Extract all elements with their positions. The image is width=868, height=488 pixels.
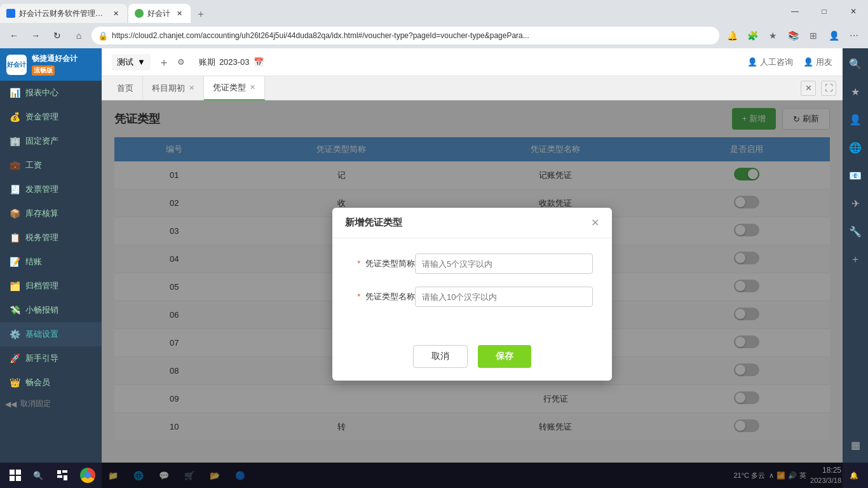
tab-voucher-label: 凭证类型: [213, 82, 246, 93]
rp-globe-icon[interactable]: 🌐: [846, 139, 864, 156]
tab-subject-close[interactable]: ✕: [189, 84, 194, 92]
funds-icon: 💰: [9, 111, 20, 123]
lock-icon: 🔒: [98, 31, 108, 41]
rp-extension-icon[interactable]: 🔧: [846, 222, 864, 240]
tab-2[interactable]: 好会计 ✕: [128, 4, 191, 23]
add-company-button[interactable]: ＋: [158, 55, 170, 70]
rp-user-icon[interactable]: 👤: [846, 111, 864, 128]
sidebar-item-member[interactable]: 👑 畅会员: [0, 370, 102, 395]
user-label: 用友: [816, 57, 832, 68]
assets-label: 固定资产: [25, 135, 58, 147]
start-button[interactable]: [5, 465, 25, 485]
sidebar-pin-button[interactable]: ◀◀ 取消固定: [0, 395, 102, 413]
extensions-icon[interactable]: 🧩: [743, 27, 761, 44]
calendar-icon: 📅: [254, 57, 264, 67]
dialog-body: * 凭证类型简称 * 凭证类型名称: [332, 238, 612, 335]
settings-label: 基础设置: [25, 329, 58, 340]
period-label: 账期: [199, 57, 215, 68]
sidebar-item-funds[interactable]: 💰 资金管理: [0, 105, 102, 129]
name-input[interactable]: [415, 287, 593, 307]
modal-overlay: 新增凭证类型 ✕ * 凭证类型简称 *: [102, 100, 843, 488]
maximize-button[interactable]: □: [810, 0, 839, 23]
sidebar-item-settings[interactable]: ⚙️ 基础设置: [0, 322, 102, 346]
tab-voucher-type[interactable]: 凭证类型 ✕: [204, 76, 265, 100]
payroll-label: 工资: [25, 159, 42, 171]
help-icon: 👤: [747, 57, 757, 67]
sidebar-item-invoice[interactable]: 🧾 发票管理: [0, 177, 102, 201]
notification-icon[interactable]: 🔔: [723, 27, 741, 44]
favorites-icon[interactable]: ★: [764, 27, 782, 44]
tab-subject[interactable]: 科目期初 ✕: [143, 76, 204, 100]
notification-center-button[interactable]: 🔔: [845, 466, 863, 484]
abbr-form-row: * 凭证类型简称: [351, 254, 593, 274]
sidebar-item-settle[interactable]: 📝 结账: [0, 250, 102, 274]
url-text: https://cloud2.chanjet.com/accounting/uh…: [112, 31, 713, 40]
tab-add-button[interactable]: ＋: [192, 5, 210, 23]
tab-2-close[interactable]: ✕: [174, 8, 184, 18]
tab-voucher-close[interactable]: ✕: [250, 83, 255, 92]
company-dropdown-icon: ▼: [137, 57, 146, 67]
abbr-input[interactable]: [415, 254, 593, 274]
invoice-label: 发票管理: [25, 184, 58, 195]
app-wrapper: 好会计 畅捷通好会计 流畅版 📊 报表中心 💰 资金管理 🏢 固定资产 💼 工资…: [0, 48, 868, 488]
back-button[interactable]: ←: [5, 27, 23, 44]
company-select[interactable]: 测试 ▼: [112, 54, 151, 71]
sidebar-item-tax[interactable]: 📋 税务管理: [0, 226, 102, 250]
sidebar-item-archive[interactable]: 🗂️ 归档管理: [0, 274, 102, 298]
sidebar-item-inventory[interactable]: 📦 库存核算: [0, 201, 102, 226]
home-button[interactable]: ⌂: [70, 27, 88, 44]
settings-icon: ⚙️: [9, 329, 20, 340]
sidebar-item-reports[interactable]: 📊 报表中心: [0, 81, 102, 105]
taskview-button[interactable]: [51, 464, 74, 487]
url-bar[interactable]: 🔒 https://cloud2.chanjet.com/accounting/…: [92, 27, 719, 44]
sidebar-item-assets[interactable]: 🏢 固定资产: [0, 129, 102, 153]
rp-add-icon[interactable]: ＋: [846, 250, 864, 268]
member-label: 畅会员: [25, 377, 50, 388]
rp-plane-icon[interactable]: ✈: [846, 194, 864, 212]
help-button[interactable]: 👤 人工咨询: [747, 57, 793, 68]
tab-1-title: 好会计云财务软件管理系统_会计: [19, 8, 107, 19]
collections-icon[interactable]: 📚: [784, 27, 802, 44]
reload-button[interactable]: ↻: [48, 27, 66, 44]
address-bar: ← → ↻ ⌂ 🔒 https://cloud2.chanjet.com/acc…: [0, 23, 868, 48]
chrome-taskbar-icon[interactable]: [76, 464, 99, 487]
payroll-icon: 💼: [9, 159, 20, 171]
minimize-button[interactable]: —: [780, 0, 810, 23]
reports-label: 报表中心: [25, 87, 58, 98]
tab-home[interactable]: 首页: [108, 76, 143, 100]
company-name: 测试: [117, 57, 133, 68]
rp-table-icon[interactable]: ▦: [846, 436, 864, 454]
cancel-button[interactable]: 取消: [413, 345, 468, 368]
splitscreen-icon[interactable]: ⊞: [804, 27, 822, 44]
search-taskbar-button[interactable]: 🔍: [28, 465, 48, 485]
settle-label: 结账: [25, 256, 42, 268]
profile-icon[interactable]: 👤: [825, 27, 843, 44]
abbr-required: *: [357, 259, 360, 268]
rp-star-icon[interactable]: ★: [846, 83, 864, 100]
sidebar-item-expense[interactable]: 💸 小畅报销: [0, 298, 102, 322]
add-dialog: 新增凭证类型 ✕ * 凭证类型简称 *: [332, 208, 612, 381]
sidebar-item-guide[interactable]: 🚀 新手引导: [0, 346, 102, 370]
dialog-close-icon[interactable]: ✕: [591, 217, 599, 229]
tab-1[interactable]: 好会计云财务软件管理系统_会计 ✕: [0, 4, 127, 23]
tab-fullscreen-button[interactable]: ⛶: [821, 81, 836, 96]
sidebar-item-payroll[interactable]: 💼 工资: [0, 153, 102, 177]
abbr-label: * 凭证类型简称: [351, 258, 415, 269]
user-button[interactable]: 👤 用友: [803, 57, 832, 68]
forward-button[interactable]: →: [27, 27, 44, 44]
browser-chrome: 好会计云财务软件管理系统_会计 ✕ 好会计 ✕ ＋ — □ ✕ ← → ↻ ⌂ …: [0, 0, 868, 48]
top-bar: 测试 ▼ ＋ ⚙ 账期 2023-03 📅 👤 人工咨询 👤 用友: [102, 48, 843, 76]
settle-icon: 📝: [9, 256, 20, 268]
close-button[interactable]: ✕: [839, 0, 868, 23]
period-value: 2023-03: [219, 57, 250, 67]
tab-1-close[interactable]: ✕: [111, 8, 121, 18]
pin-label: 取消固定: [20, 398, 51, 409]
rp-outlook-icon[interactable]: 📧: [846, 166, 864, 184]
save-button[interactable]: 保存: [478, 345, 531, 368]
dialog-footer: 取消 保存: [332, 335, 612, 381]
tab-close-panel-button[interactable]: ✕: [801, 81, 816, 96]
settings-gear-icon[interactable]: ⚙: [177, 57, 185, 67]
more-icon[interactable]: ⋯: [845, 27, 863, 44]
name-form-row: * 凭证类型名称: [351, 287, 593, 307]
rp-search-icon[interactable]: 🔍: [846, 55, 864, 72]
